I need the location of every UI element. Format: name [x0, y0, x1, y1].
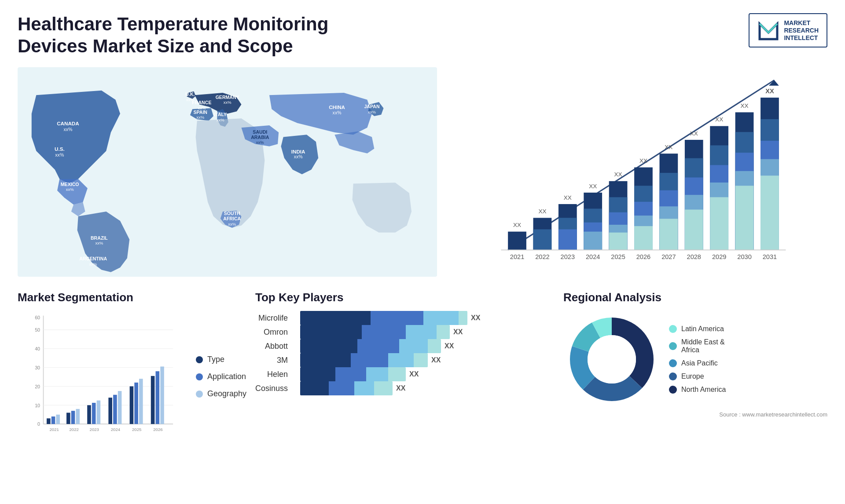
svg-text:2027: 2027 — [661, 253, 676, 260]
player-bar-3m: XX — [300, 353, 555, 367]
svg-rect-134 — [130, 386, 134, 424]
svg-rect-131 — [113, 394, 117, 424]
player-helen: Helen — [255, 370, 288, 378]
segmentation-title: Market Segmentation — [18, 291, 246, 304]
svg-text:xx%: xx% — [224, 100, 232, 105]
players-names: Microlife Omron Abbott 3M Helen Cosinuss — [255, 311, 291, 395]
bottom-section: Market Segmentation 0 10 20 30 40 50 60 — [18, 291, 827, 467]
svg-text:2026: 2026 — [153, 427, 162, 432]
svg-rect-72 — [685, 209, 703, 250]
player-abbott: Abbott — [255, 342, 288, 350]
svg-text:JAPAN: JAPAN — [364, 104, 379, 109]
seg-chart-svg: 0 10 20 30 40 50 60 — [18, 311, 187, 443]
key-players-title: Top Key Players — [255, 291, 555, 304]
player-microlife: Microlife — [255, 314, 288, 322]
svg-rect-128 — [97, 400, 101, 424]
svg-rect-84 — [735, 186, 754, 250]
svg-rect-119 — [51, 416, 55, 424]
regional-legend: Latin America Middle East &Africa Asia P… — [669, 325, 726, 394]
svg-text:2023: 2023 — [561, 253, 575, 260]
svg-text:INDIA: INDIA — [291, 148, 305, 154]
svg-rect-126 — [87, 405, 91, 424]
svg-text:AFRICA: AFRICA — [223, 216, 241, 221]
svg-text:XX: XX — [564, 194, 572, 201]
svg-text:XX: XX — [665, 144, 673, 150]
svg-text:xx%: xx% — [95, 241, 103, 245]
svg-text:XX: XX — [741, 102, 749, 109]
svg-text:MEXICO: MEXICO — [61, 182, 79, 187]
map-container: CANADA xx% U.S. xx% MEXICO xx% BRAZIL xx… — [18, 66, 437, 278]
svg-text:xx%: xx% — [294, 154, 303, 159]
legend-na-label: North America — [681, 386, 726, 394]
svg-text:ARGENTINA: ARGENTINA — [79, 256, 107, 261]
legend-ap-dot — [669, 359, 677, 367]
top-section: CANADA xx% U.S. xx% MEXICO xx% BRAZIL xx… — [18, 66, 827, 278]
svg-rect-78 — [710, 197, 729, 250]
legend-la-dot — [669, 325, 677, 333]
players-layout: Microlife Omron Abbott 3M Helen Cosinuss — [255, 311, 555, 395]
segmentation-chart-wrapper: 0 10 20 30 40 50 60 — [18, 311, 246, 443]
svg-rect-140 — [160, 366, 164, 424]
legend-geography: Geography — [196, 389, 246, 398]
player-omron: Omron — [255, 328, 288, 336]
header: Healthcare Temperature Monitoring Device… — [18, 13, 827, 58]
legend-eu-label: Europe — [681, 373, 704, 380]
svg-text:XX: XX — [539, 208, 547, 215]
svg-text:xx%: xx% — [256, 140, 265, 145]
legend-geography-label: Geography — [207, 389, 246, 398]
svg-text:XX: XX — [690, 130, 698, 136]
svg-rect-127 — [92, 403, 96, 424]
svg-rect-43 — [558, 229, 577, 250]
svg-text:XX: XX — [715, 116, 723, 123]
growth-chart-svg: XX XX XX XX — [446, 66, 827, 278]
segmentation-legend: Type Application Geography — [196, 311, 246, 443]
svg-text:2022: 2022 — [536, 253, 550, 260]
player-bar-omron: XX — [300, 325, 555, 339]
svg-text:xx%: xx% — [217, 117, 225, 122]
svg-text:30: 30 — [35, 365, 40, 370]
svg-rect-120 — [56, 414, 60, 424]
legend-type-dot — [196, 356, 203, 363]
svg-rect-36 — [508, 231, 526, 250]
logo-icon — [757, 19, 779, 41]
donut-chart — [563, 311, 660, 408]
regional-layout: Latin America Middle East &Africa Asia P… — [563, 311, 827, 408]
page-container: Healthcare Temperature Monitoring Device… — [0, 0, 845, 504]
svg-text:FRANCE: FRANCE — [192, 100, 211, 105]
svg-text:xx%: xx% — [55, 152, 64, 157]
svg-rect-130 — [108, 398, 112, 424]
svg-rect-54 — [609, 233, 628, 250]
donut-svg — [563, 311, 660, 408]
player-bar-microlife: XX — [300, 311, 555, 325]
svg-rect-118 — [47, 418, 51, 424]
key-players-panel: Top Key Players Microlife Omron Abbott 3… — [255, 291, 555, 467]
svg-text:2026: 2026 — [636, 253, 650, 260]
svg-text:2025: 2025 — [611, 253, 625, 260]
svg-text:xx%: xx% — [63, 127, 73, 132]
player-bar-cosinuss: XX — [300, 381, 555, 395]
svg-rect-39 — [533, 229, 552, 250]
legend-type-label: Type — [207, 355, 224, 364]
svg-text:GERMANY: GERMANY — [216, 94, 239, 99]
svg-text:2021: 2021 — [510, 253, 524, 260]
svg-text:xx%: xx% — [89, 262, 98, 267]
legend-application-label: Application — [207, 372, 246, 381]
svg-rect-66 — [660, 219, 678, 250]
svg-text:2022: 2022 — [69, 427, 78, 432]
legend-asia-pacific: Asia Pacific — [669, 359, 726, 367]
svg-text:10: 10 — [35, 402, 40, 408]
svg-rect-123 — [71, 411, 75, 424]
legend-north-america: North America — [669, 386, 726, 394]
svg-text:60: 60 — [35, 315, 40, 320]
svg-text:ITALY: ITALY — [214, 112, 227, 117]
svg-rect-138 — [151, 376, 155, 424]
svg-text:xx%: xx% — [66, 187, 74, 192]
svg-text:CHINA: CHINA — [329, 104, 345, 110]
svg-rect-139 — [156, 371, 160, 424]
regional-panel: Regional Analysis — [563, 291, 827, 467]
legend-type: Type — [196, 355, 246, 364]
legend-na-dot — [669, 386, 677, 394]
svg-text:XX: XX — [513, 222, 521, 228]
player-cosinuss: Cosinuss — [255, 384, 288, 392]
regional-title: Regional Analysis — [563, 291, 827, 304]
